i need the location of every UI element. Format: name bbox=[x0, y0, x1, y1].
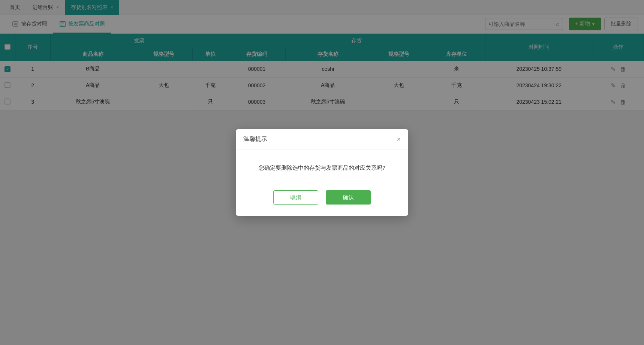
dialog-overlay: 温馨提示 × 您确定要删除选中的存货与发票商品的对应关系吗? 取消 确认 bbox=[0, 0, 644, 111]
